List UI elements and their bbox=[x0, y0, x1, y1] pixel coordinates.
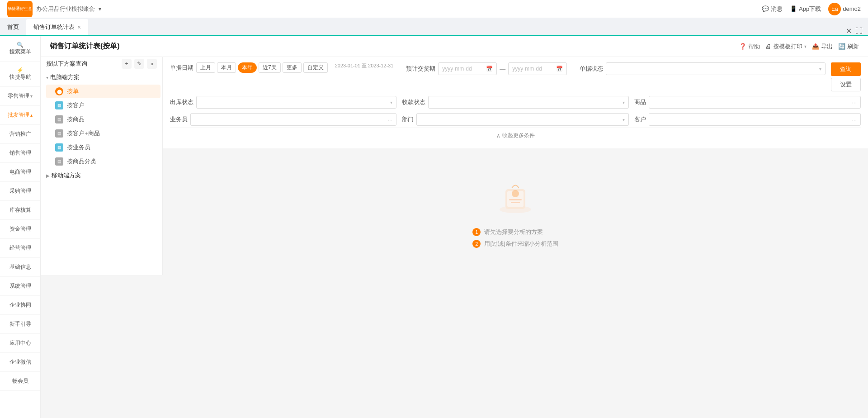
query-btn[interactable]: 查询 bbox=[831, 62, 861, 76]
window-maximize-btn[interactable]: ⛶ bbox=[855, 27, 863, 35]
help-icon: ❓ bbox=[739, 43, 746, 50]
expected-date-to[interactable]: yyyy-mm-dd 📅 bbox=[508, 62, 567, 75]
sidebar-item-enterprise[interactable]: 企业协同 bbox=[0, 296, 40, 315]
sidebar-item-newguide[interactable]: 新手引导 bbox=[0, 315, 40, 334]
topbar-right: 💬 消息 📱 App下载 Ea demo2 bbox=[762, 3, 861, 15]
sidebar-item-appcenter[interactable]: 应用中心 bbox=[0, 334, 40, 353]
goods-input[interactable]: ··· bbox=[649, 96, 861, 109]
bill-status-block: 单据状态 ▾ bbox=[580, 62, 826, 75]
collapse-btn[interactable]: ∧ 收起更多条件 bbox=[496, 132, 535, 139]
sidebar-item-quicknav[interactable]: ⚡ 快捷导航 bbox=[0, 62, 40, 87]
sidebar-item-sales[interactable]: 销售管理 bbox=[0, 144, 40, 163]
date-btn-7days[interactable]: 近7天 bbox=[259, 62, 281, 73]
customer-dots: ··· bbox=[852, 116, 857, 123]
date-btn-more[interactable]: 更多 bbox=[283, 62, 302, 73]
scheme-collapse-btn[interactable]: « bbox=[147, 59, 157, 69]
scheme-item-by-salesman[interactable]: ▦ 按业务员 bbox=[46, 141, 160, 154]
customer-input[interactable]: ··· bbox=[649, 113, 861, 126]
sidebar-item-retail[interactable]: 零售管理 ▾ bbox=[0, 87, 40, 106]
bill-status-select[interactable]: ▾ bbox=[606, 62, 826, 75]
scheme-column: 按以下方案查询 + ✎ « ▾ 电脑端方案 ⬤ 按单 bbox=[41, 57, 163, 275]
calendar-icon-from: 📅 bbox=[486, 66, 493, 72]
salesman-input[interactable]: ··· bbox=[190, 113, 396, 126]
print-btn[interactable]: 🖨 按模板打印 ▾ bbox=[765, 43, 807, 51]
expected-date-from-placeholder: yyyy-mm-dd bbox=[442, 66, 472, 72]
collapse-bar: ∧ 收起更多条件 bbox=[170, 128, 861, 143]
scheme-item-by-goods[interactable]: ▤ 按商品 bbox=[46, 113, 160, 126]
refresh-btn[interactable]: 🔄 刷新 bbox=[838, 43, 859, 51]
sidebar-item-search[interactable]: 🔍 搜索菜单 bbox=[0, 36, 40, 62]
filter-row-1: 单据日期 上月 本月 本年 近7天 更多 自定义 2023-01-0 bbox=[170, 62, 861, 91]
scheme-item-icon-goods-cat: ▤ bbox=[55, 157, 63, 166]
export-btn[interactable]: 📤 导出 bbox=[812, 43, 833, 51]
sidebar-item-marketing[interactable]: 营销推广 bbox=[0, 125, 40, 144]
scheme-item-by-customer[interactable]: ▦ 按客户 bbox=[46, 99, 160, 112]
date-range-text: 2023-01-01 至 2023-12-31 bbox=[335, 62, 394, 69]
sidebar-item-purchase[interactable]: 采购管理 bbox=[0, 182, 40, 201]
scheme-group-pc-label: 电脑端方案 bbox=[50, 73, 80, 81]
salesman-dots: ··· bbox=[387, 116, 392, 123]
empty-step-1: 1 请先选择要分析的方案 bbox=[472, 228, 558, 236]
scheme-item-by-customer-goods[interactable]: ▤ 按客户+商品 bbox=[46, 127, 160, 140]
page-header-actions: ❓ 帮助 🖨 按模板打印 ▾ 📤 导出 🔄 刷新 bbox=[739, 43, 859, 56]
scheme-item-icon-cust-goods: ▤ bbox=[55, 129, 63, 138]
customer-block: 客户 ··· bbox=[634, 113, 861, 126]
scheme-group-pc: ▾ 电脑端方案 ⬤ 按单 ▦ 按客户 ▤ 按商品 bbox=[41, 71, 162, 168]
receipt-status-select[interactable]: ▾ bbox=[428, 96, 628, 109]
topbar-dropdown-btn[interactable]: ▾ bbox=[99, 6, 101, 12]
page-content: 销售订单统计表(按单) ❓ 帮助 🖨 按模板打印 ▾ 📤 导出 🔄 刷新 bbox=[41, 36, 868, 418]
scheme-edit-btn[interactable]: ✎ bbox=[134, 59, 144, 69]
receipt-status-label: 收款状态 bbox=[402, 98, 425, 106]
filters-panel: 单据日期 上月 本月 本年 近7天 更多 自定义 2023-01-0 bbox=[163, 57, 868, 148]
scheme-item-by-goods-category[interactable]: ▤ 按商品分类 bbox=[46, 155, 160, 168]
app-title: 办公用品行业模拟账套 bbox=[36, 5, 95, 13]
salesman-block: 业务员 ··· bbox=[170, 113, 396, 126]
msg-btn[interactable]: 💬 消息 bbox=[762, 5, 783, 13]
scheme-item-by-order[interactable]: ⬤ 按单 bbox=[46, 85, 160, 98]
date-btn-custom[interactable]: 自定义 bbox=[303, 62, 328, 73]
expected-date-from[interactable]: yyyy-mm-dd 📅 bbox=[438, 62, 497, 75]
scheme-group-arrow: ▾ bbox=[46, 75, 48, 80]
goods-label: 商品 bbox=[634, 98, 646, 106]
dept-select[interactable]: ▾ bbox=[416, 113, 628, 126]
scheme-group-mobile: ▶ 移动端方案 bbox=[41, 169, 162, 182]
scheme-item-icon-order: ⬤ bbox=[55, 87, 63, 95]
settings-btn[interactable]: 设置 bbox=[831, 78, 861, 91]
goods-block: 商品 ··· bbox=[634, 96, 861, 109]
scheme-group-pc-header[interactable]: ▾ 电脑端方案 bbox=[46, 71, 162, 84]
date-btn-lastmonth[interactable]: 上月 bbox=[196, 62, 215, 73]
sidebar-item-member[interactable]: 畅会员 bbox=[0, 372, 40, 391]
date-btn-thisyear[interactable]: 本年 bbox=[238, 62, 257, 73]
ship-status-select[interactable]: ▾ bbox=[196, 96, 396, 109]
sidebar-item-ecommerce[interactable]: 电商管理 bbox=[0, 163, 40, 182]
sidebar-item-basic[interactable]: 基础信息 bbox=[0, 258, 40, 277]
collapse-icon: ∧ bbox=[496, 133, 500, 139]
sidebar-item-finance[interactable]: 资金管理 bbox=[0, 220, 40, 239]
user-profile-btn[interactable]: Ea demo2 bbox=[828, 3, 861, 15]
sidebar-item-inventory[interactable]: 库存核算 bbox=[0, 201, 40, 220]
tab-close-btn[interactable]: × bbox=[77, 24, 81, 31]
date-shortcuts: 上月 本月 本年 近7天 更多 自定义 bbox=[196, 62, 328, 73]
tab-sales-order[interactable]: 销售订单统计表 × bbox=[26, 19, 88, 35]
tab-home[interactable]: 首页 bbox=[0, 19, 26, 35]
page-header: 销售订单统计表(按单) ❓ 帮助 🖨 按模板打印 ▾ 📤 导出 🔄 刷新 bbox=[41, 36, 868, 57]
app-download-btn[interactable]: 📱 App下载 bbox=[790, 5, 821, 13]
print-dropdown-icon: ▾ bbox=[804, 44, 807, 49]
expected-date-label: 预计交货期 bbox=[406, 65, 435, 73]
goods-dots: ··· bbox=[852, 99, 857, 106]
window-close-btn[interactable]: ✕ bbox=[846, 27, 852, 35]
date-filter-block: 单据日期 上月 本月 本年 近7天 更多 自定义 bbox=[170, 62, 328, 73]
sidebar-item-system[interactable]: 系统管理 bbox=[0, 277, 40, 296]
download-icon: 📱 bbox=[790, 5, 797, 12]
date-btn-thismonth[interactable]: 本月 bbox=[217, 62, 236, 73]
sidebar-item-wholesale[interactable]: 批发管理 ▴ bbox=[0, 106, 40, 125]
sidebar-item-weixin[interactable]: 企业微信 bbox=[0, 353, 40, 372]
step-num-2: 2 bbox=[472, 240, 481, 248]
dept-arrow: ▾ bbox=[623, 117, 625, 122]
sidebar-item-operations[interactable]: 经营管理 bbox=[0, 239, 40, 258]
help-btn[interactable]: ❓ 帮助 bbox=[739, 43, 760, 51]
filter-row-3: 业务员 ··· 部门 ▾ bbox=[170, 113, 861, 126]
collapse-label: 收起更多条件 bbox=[502, 132, 535, 139]
scheme-group-mobile-header[interactable]: ▶ 移动端方案 bbox=[46, 169, 162, 182]
scheme-add-btn[interactable]: + bbox=[122, 59, 132, 69]
